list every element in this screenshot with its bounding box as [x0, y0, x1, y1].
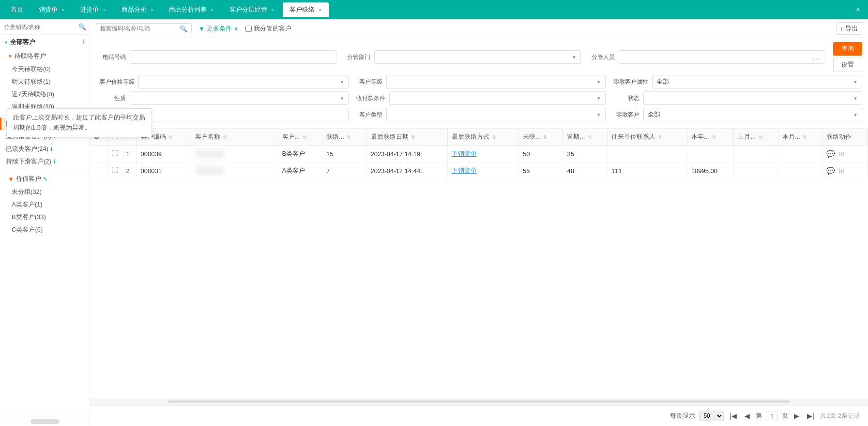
row1-qr-icon[interactable]: ⊞	[838, 150, 844, 158]
phone-input[interactable]	[130, 50, 336, 64]
sidebar-collapse-icon[interactable]: 《	[80, 39, 85, 45]
customer-class-sort-icon: ⇅	[303, 134, 306, 140]
th-customer-class[interactable]: 客户... ⇅	[278, 129, 322, 146]
th-current-month[interactable]: 本月... ⇅	[778, 129, 822, 146]
current-year-sort-icon: ⇅	[712, 134, 716, 140]
toolbar: 🔍 ▼ 更多条件 ∧ 我分管的客户 ↑ 导出	[90, 19, 868, 38]
row1-contact-method-link[interactable]: 下销货单	[452, 150, 477, 157]
row2-select-checkbox[interactable]	[112, 167, 118, 173]
close-purchase-order-icon[interactable]: ×	[103, 7, 106, 13]
tab-customer-contact[interactable]: 客户联络 ×	[283, 2, 328, 17]
th-contact-count[interactable]: 联络... ⇅	[322, 129, 366, 146]
branch-dept-select[interactable]: ▼	[374, 50, 581, 64]
row2-chat-icon[interactable]: 💬	[826, 167, 835, 175]
tab-customer-segmentation[interactable]: 客户分层经营 ×	[223, 2, 281, 17]
sidebar-item-class-b[interactable]: B类客户(33)	[0, 211, 90, 223]
customer-name-sort-icon: ⇅	[223, 134, 227, 140]
tab-purchase-order[interactable]: 进货单 ×	[73, 2, 112, 17]
row2-contact-method-link[interactable]: 下销货单	[452, 167, 477, 174]
tab-product-analysis[interactable]: 商品分析 ×	[115, 2, 160, 17]
row2-qr-icon[interactable]: ⊞	[838, 167, 844, 175]
sidebar-item-already-lost[interactable]: 已流失客户(24) ℹ	[0, 143, 90, 155]
close-product-analysis-list-icon[interactable]: ×	[211, 7, 213, 13]
gender-select[interactable]: ▼	[130, 91, 349, 105]
th-uncontacted[interactable]: 未联... ⇅	[518, 129, 563, 146]
customer-type-select[interactable]: ▼	[386, 108, 605, 121]
row1-select-checkbox[interactable]	[112, 150, 118, 156]
chevron-up-icon: ∧	[234, 25, 239, 32]
row1-contact-count: 15	[322, 146, 366, 162]
first-page-button[interactable]: |◀	[728, 411, 739, 421]
th-overdue[interactable]: 逾期... ⇅	[563, 129, 607, 146]
th-customer-name[interactable]: 客户名称 ⇅	[191, 129, 278, 146]
window-close-button[interactable]: ×	[852, 3, 864, 16]
row1-code: 000039	[137, 146, 191, 162]
th-last-contact-date[interactable]: 最后联络日期 ⇅	[366, 129, 447, 146]
all-customers-header[interactable]: ▪ 全部客户 《	[0, 35, 90, 49]
branch-person-input[interactable]: ...	[619, 50, 825, 64]
close-sales-order-icon[interactable]: ×	[61, 7, 64, 13]
more-filters-button[interactable]: ▼ 更多条件 ∧	[196, 23, 242, 34]
pending-contact-group[interactable]: ▼ 待联络客户	[0, 49, 90, 63]
next-page-button[interactable]: ▶	[792, 411, 801, 421]
sidebar-item-7days-pending[interactable]: 近7天待联络(0)	[0, 88, 90, 101]
row1-chat-icon[interactable]: 💬	[826, 150, 835, 158]
branch-person-dots-icon[interactable]: ...	[812, 53, 821, 61]
row1-last-contact-method[interactable]: 下销货单	[447, 146, 518, 162]
horizontal-scrollbar[interactable]	[168, 400, 791, 403]
last-page-button[interactable]: ▶|	[805, 411, 816, 421]
close-product-analysis-icon[interactable]: ×	[151, 7, 153, 13]
branch-dept-filter: 分管部门 ▼	[340, 50, 581, 64]
customer-level-filter: 客户等级 ▼	[352, 75, 605, 88]
sidebar-search-input[interactable]	[4, 24, 76, 30]
set-button[interactable]: 设置	[833, 58, 862, 72]
table-header-row: ⚙ 客户编码 ⇅ 客户名称 ⇅	[90, 129, 868, 146]
payment-select[interactable]: ▼	[389, 91, 605, 105]
sidebar-item-unclassified[interactable]: 未分组(32)	[0, 186, 90, 198]
th-current-year[interactable]: 本年... ⇅	[687, 129, 734, 146]
customer-type-chevron-icon: ▼	[596, 112, 601, 118]
retail-attr-select[interactable]: 全部 ▼	[652, 75, 862, 88]
row2-checkbox	[107, 162, 122, 179]
sidebar-scrollbar[interactable]	[30, 419, 60, 424]
export-button[interactable]: ↑ 导出	[836, 22, 863, 35]
row1-current-month	[778, 146, 822, 162]
row2-current-year: 10995.00	[687, 162, 734, 179]
price-level-filter: 客户价格等级 ▼	[96, 75, 349, 88]
retail-customer-select[interactable]: 全部 ▼	[643, 108, 862, 121]
th-last-contact-method[interactable]: 最后联络方式 ⇅	[447, 129, 518, 146]
my-customers-checkbox[interactable]	[245, 26, 252, 32]
row2-last-contact-method[interactable]: 下销货单	[447, 162, 518, 179]
tab-home[interactable]: 首页	[4, 2, 30, 17]
price-level-chevron-icon: ▼	[339, 79, 344, 85]
status-chevron-icon: ▼	[853, 96, 858, 101]
tab-sales-order[interactable]: 销货单 ×	[32, 2, 71, 17]
sidebar-item-tomorrow-pending[interactable]: 明天待联络(1)	[0, 75, 90, 88]
sidebar-item-continuous-decline[interactable]: 持续下滑客户(2) ℹ	[0, 155, 90, 168]
query-button[interactable]: 查询	[833, 42, 862, 56]
th-contact-person[interactable]: 往来单位联系人 ⇅	[607, 129, 687, 146]
sidebar-item-today-pending[interactable]: 今天待联络(0)	[0, 63, 90, 75]
per-page-select[interactable]: 50 100 200	[699, 411, 724, 421]
value-group-edit-icon[interactable]: ✎	[43, 176, 47, 182]
search-input[interactable]	[100, 25, 178, 32]
row2-uncontacted: 55	[518, 162, 563, 179]
total-records-label: 共1页 2条记录	[820, 411, 860, 420]
table-row: 2 000031 A类客户 7 2023-04-12 14:44: 下销货单 5…	[90, 162, 868, 179]
value-group-arrow-icon: ▼	[8, 176, 14, 183]
value-customer-group[interactable]: ▼ 价值客户 ✎	[0, 172, 90, 186]
close-customer-contact-icon[interactable]: ×	[319, 7, 321, 13]
prev-page-button[interactable]: ◀	[743, 411, 752, 421]
status-select[interactable]: ▼	[643, 91, 862, 105]
sidebar-item-class-c[interactable]: C类客户(6)	[0, 223, 90, 236]
close-customer-segmentation-icon[interactable]: ×	[271, 7, 274, 13]
row1-name-blurred	[195, 150, 224, 158]
th-last-month[interactable]: 上月... ⇅	[734, 129, 778, 146]
more-dots-input[interactable]: ...	[130, 108, 349, 121]
price-level-select[interactable]: ▼	[138, 75, 349, 88]
current-page-input[interactable]: 1	[766, 411, 778, 421]
customer-level-select[interactable]: ▼	[386, 75, 605, 88]
current-month-sort-icon: ⇅	[803, 134, 807, 140]
sidebar-item-class-a[interactable]: A类客户(1)	[0, 198, 90, 211]
tab-product-analysis-list[interactable]: 商品分析列表 ×	[162, 2, 220, 17]
